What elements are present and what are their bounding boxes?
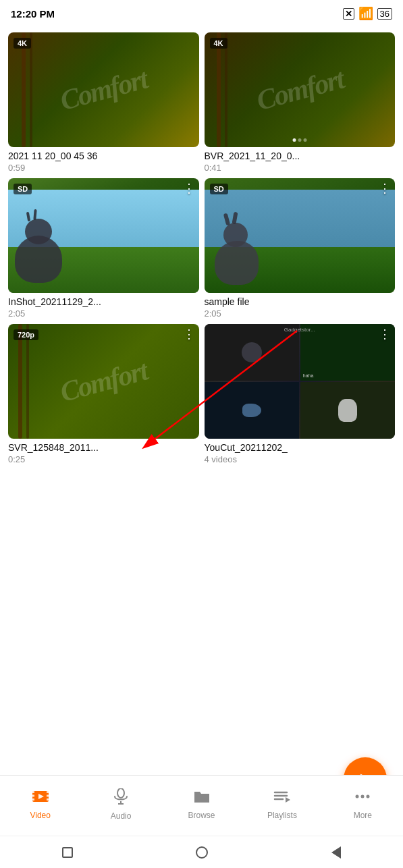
gadgetstore-label: Gadgetstor... bbox=[284, 327, 315, 333]
android-nav bbox=[0, 836, 403, 868]
video-title-2: BVR_2021_11_20_0... bbox=[205, 151, 396, 161]
nav-label-playlists: Playlists bbox=[267, 811, 297, 820]
video-item-2[interactable]: Comfort 4K BVR_2021_11_20_0... 0:41 bbox=[205, 32, 396, 173]
deco-3 bbox=[217, 32, 221, 147]
video-title-6: YouCut_20211202_ bbox=[205, 442, 396, 453]
svg-point-19 bbox=[367, 794, 370, 798]
nav-icon-audio bbox=[113, 788, 128, 809]
quad-4 bbox=[300, 382, 395, 439]
video-title-1: 2021 11 20_00 45 36 bbox=[8, 151, 199, 161]
menu-dots-5[interactable]: ⋮ bbox=[183, 328, 195, 340]
animal-body-2 bbox=[215, 241, 259, 285]
comfort-text-5: Comfort bbox=[8, 324, 199, 439]
deco-1 bbox=[22, 32, 26, 147]
android-home-button[interactable] bbox=[192, 843, 211, 862]
video-item-1[interactable]: Comfort 4K 2021 11 20_00 45 36 0:59 bbox=[8, 32, 199, 173]
nav-label-audio: Audio bbox=[111, 811, 132, 821]
svg-rect-6 bbox=[47, 791, 49, 793]
video-meta-4: 2:05 bbox=[205, 308, 396, 319]
video-grid: Comfort 4K 2021 11 20_00 45 36 0:59 Comf… bbox=[0, 27, 403, 470]
nav-icon-browse bbox=[193, 789, 211, 808]
android-recents-button[interactable] bbox=[58, 843, 77, 862]
svg-rect-7 bbox=[47, 794, 49, 796]
nav-label-browse: Browse bbox=[188, 811, 215, 820]
video-meta-3: 2:05 bbox=[8, 308, 199, 319]
deco-6 bbox=[26, 324, 29, 439]
svg-point-17 bbox=[356, 794, 359, 798]
status-icons: ✕ 📶 36 bbox=[343, 6, 392, 21]
thumbnail-5: Comfort 720p ⋮ bbox=[8, 324, 199, 439]
nav-item-audio[interactable]: Audio bbox=[80, 776, 161, 836]
svg-rect-5 bbox=[32, 798, 34, 801]
video-item-6[interactable]: haha Gadgetstor... ⋮ YouCut_20211202_ 4 … bbox=[205, 324, 396, 464]
menu-dots-3[interactable]: ⋮ bbox=[183, 182, 195, 194]
status-bar: 12:20 PM ✕ 📶 36 bbox=[0, 0, 403, 27]
recents-icon bbox=[62, 847, 73, 858]
nav-icon-more bbox=[354, 789, 371, 808]
status-time: 12:20 PM bbox=[11, 8, 55, 20]
back-icon bbox=[331, 846, 341, 859]
nav-label-video: Video bbox=[30, 811, 50, 820]
video-meta-1: 0:59 bbox=[8, 163, 199, 173]
video-meta-2: 0:41 bbox=[205, 163, 396, 173]
animal-head-2 bbox=[223, 223, 248, 247]
nav-item-browse[interactable]: Browse bbox=[161, 776, 242, 836]
x-icon: ✕ bbox=[343, 8, 354, 20]
animal-head-1 bbox=[25, 219, 52, 244]
svg-rect-4 bbox=[32, 794, 34, 796]
android-back-button[interactable] bbox=[327, 843, 346, 862]
nav-icon-video bbox=[32, 789, 49, 808]
nav-icon-playlists bbox=[273, 789, 291, 808]
menu-dots-4[interactable]: ⋮ bbox=[379, 182, 391, 194]
quad-grid: haha bbox=[205, 324, 396, 439]
quad-3 bbox=[205, 382, 299, 439]
video-title-3: InShot_20211129_2... bbox=[8, 296, 199, 307]
video-title-5: SVR_125848_2011... bbox=[8, 442, 199, 453]
comfort-text-2: Comfort bbox=[205, 32, 396, 147]
svg-point-10 bbox=[117, 788, 124, 798]
nav-item-video[interactable]: Video bbox=[0, 776, 80, 836]
menu-dots-6[interactable]: ⋮ bbox=[379, 328, 391, 340]
deco-5 bbox=[18, 324, 22, 439]
video-item-5[interactable]: Comfort 720p ⋮ SVR_125848_2011... 0:25 bbox=[8, 324, 199, 464]
svg-point-18 bbox=[361, 794, 365, 798]
wifi-icon: 📶 bbox=[358, 6, 373, 21]
video-item-3[interactable]: SD ⋮ InShot_20211129_2... 2:05 bbox=[8, 178, 199, 319]
thumbnail-4: SD ⋮ bbox=[205, 178, 396, 293]
bottom-nav: Video Audio Browse bbox=[0, 775, 403, 836]
badge-sd-1: SD bbox=[14, 184, 32, 194]
deco-4 bbox=[225, 32, 227, 147]
video-meta-5: 0:25 bbox=[8, 454, 199, 464]
badge-4k-2: 4K bbox=[210, 38, 227, 49]
video-title-4: sample file bbox=[205, 296, 396, 307]
home-icon bbox=[196, 846, 208, 859]
battery-icon: 36 bbox=[377, 8, 392, 20]
thumbnail-3: SD ⋮ bbox=[8, 178, 199, 293]
badge-4k-1: 4K bbox=[14, 38, 31, 49]
thumbnail-6: haha Gadgetstor... ⋮ bbox=[205, 324, 396, 439]
progress-dots bbox=[292, 138, 306, 142]
nav-item-more[interactable]: More bbox=[323, 776, 403, 836]
svg-rect-8 bbox=[47, 798, 49, 801]
badge-sd-2: SD bbox=[210, 184, 228, 194]
badge-720p: 720p bbox=[14, 329, 38, 340]
nav-label-more: More bbox=[354, 811, 372, 820]
comfort-text-1: Comfort bbox=[8, 32, 199, 147]
thumbnail-1: Comfort 4K bbox=[8, 32, 199, 147]
video-item-4[interactable]: SD ⋮ sample file 2:05 bbox=[205, 178, 396, 319]
nav-item-playlists[interactable]: Playlists bbox=[242, 776, 322, 836]
video-meta-6: 4 videos bbox=[205, 454, 396, 464]
deco-2 bbox=[30, 32, 32, 147]
svg-marker-16 bbox=[286, 797, 290, 803]
thumbnail-2: Comfort 4K bbox=[205, 32, 396, 147]
svg-rect-3 bbox=[32, 791, 34, 793]
